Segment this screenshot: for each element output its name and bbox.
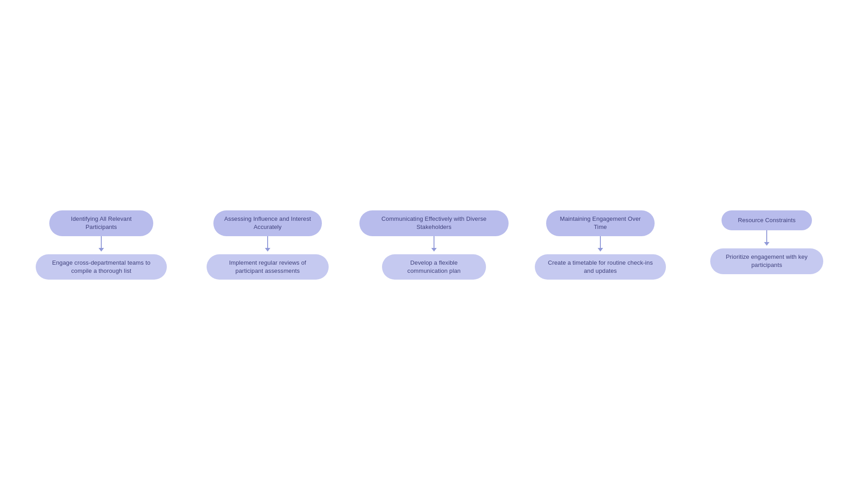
- column-col4: Maintaining Engagement Over TimeCreate a…: [517, 210, 684, 280]
- arrow-line: [434, 236, 434, 248]
- arrow-head: [598, 248, 603, 252]
- arrow-col4: [598, 236, 603, 254]
- bottom-node-col2[interactable]: Implement regular reviews of participant…: [207, 254, 329, 280]
- bottom-node-col3[interactable]: Develop a flexible communication plan: [382, 254, 486, 280]
- arrow-line: [600, 236, 601, 248]
- bottom-node-col5[interactable]: Prioritize engagement with key participa…: [710, 248, 823, 274]
- arrow-line: [267, 236, 268, 248]
- top-node-col3[interactable]: Communicating Effectively with Diverse S…: [359, 210, 509, 236]
- arrow-head: [265, 248, 270, 252]
- top-node-col1[interactable]: Identifying All Relevant Participants: [49, 210, 153, 236]
- arrow-col5: [764, 230, 769, 248]
- diagram-container: Identifying All Relevant ParticipantsEng…: [0, 0, 868, 490]
- top-node-col5[interactable]: Resource Constraints: [722, 210, 812, 230]
- top-node-col4[interactable]: Maintaining Engagement Over Time: [546, 210, 655, 236]
- arrow-head: [764, 242, 769, 246]
- columns-wrapper: Identifying All Relevant ParticipantsEng…: [0, 210, 868, 280]
- column-col2: Assessing Influence and Interest Accurat…: [184, 210, 351, 280]
- arrow-head: [431, 248, 437, 252]
- bottom-node-col4[interactable]: Create a timetable for routine check-ins…: [535, 254, 666, 280]
- column-col3: Communicating Effectively with Diverse S…: [351, 210, 517, 280]
- arrow-col2: [265, 236, 270, 254]
- top-node-col2[interactable]: Assessing Influence and Interest Accurat…: [213, 210, 322, 236]
- arrow-col3: [431, 236, 437, 254]
- arrow-head: [99, 248, 104, 252]
- arrow-col1: [99, 236, 104, 254]
- arrow-line: [766, 230, 767, 242]
- column-col1: Identifying All Relevant ParticipantsEng…: [18, 210, 184, 280]
- arrow-line: [101, 236, 102, 248]
- column-col5: Resource ConstraintsPrioritize engagemen…: [684, 210, 850, 274]
- bottom-node-col1[interactable]: Engage cross-departmental teams to compi…: [36, 254, 167, 280]
